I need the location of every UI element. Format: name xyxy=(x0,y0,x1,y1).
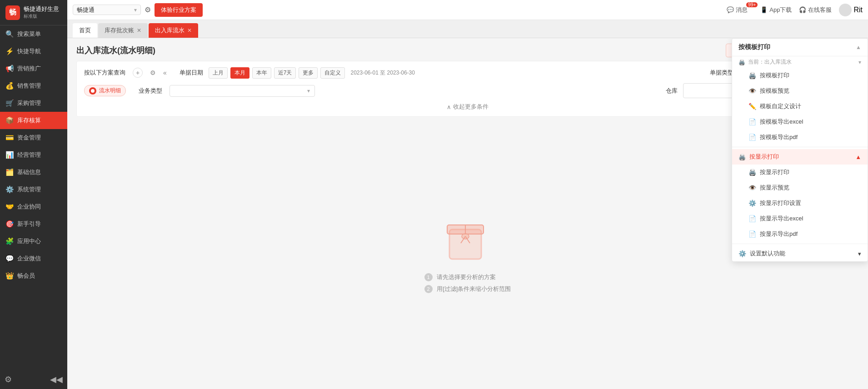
app-download-icon: 📱 xyxy=(760,6,768,13)
sidebar-bottom: ⚙ ◀◀ xyxy=(0,370,67,389)
filter-collapse-icon[interactable]: « xyxy=(163,69,167,76)
svg-point-0 xyxy=(91,89,95,93)
sidebar-item-member[interactable]: 👑 畅会员 xyxy=(0,267,67,284)
dropdown-item-display-excel[interactable]: 📄 按显示导出excel xyxy=(732,211,868,226)
flow-detail-tag[interactable]: 流水明细 xyxy=(84,85,126,96)
topbar-app-label: App下载 xyxy=(769,6,792,14)
sidebar-item-label: 搜索菜单 xyxy=(17,30,41,38)
sidebar-item-apps[interactable]: 🧩 应用中心 xyxy=(0,233,67,250)
template-print-label: 按模板打印 xyxy=(760,71,789,80)
sidebar-item-guide[interactable]: 🎯 新手引导 xyxy=(0,215,67,233)
sidebar-item-sales[interactable]: 💰 销售管理 xyxy=(0,77,67,95)
dropdown-item-template-pdf[interactable]: 📄 按模板导出pdf xyxy=(732,130,868,145)
dropdown-item-default[interactable]: ⚙️ 设置默认功能 ▾ xyxy=(732,246,868,261)
sidebar-item-system[interactable]: ⚙️ 系统管理 xyxy=(0,181,67,198)
sidebar-item-operation[interactable]: 📊 经营管理 xyxy=(0,146,67,164)
filter-gear-icon[interactable]: ⚙ xyxy=(150,69,156,76)
sidebar-logo: 畅 畅捷通好生意 标准版 xyxy=(0,0,67,25)
dropdown-item-display-settings[interactable]: ⚙️ 按显示打印设置 xyxy=(732,195,868,211)
date-btn-last-month[interactable]: 上月 xyxy=(209,67,228,79)
dropdown-item-display-preview[interactable]: 👁️ 按显示预览 xyxy=(732,180,868,195)
user-menu[interactable]: Rit xyxy=(839,4,863,16)
purchase-icon: 🛒 xyxy=(5,99,14,107)
sidebar-item-purchase[interactable]: 🛒 采购管理 xyxy=(0,95,67,112)
sidebar-item-label: 企业微信 xyxy=(17,254,41,263)
main-area: ▾ ⚙ 体验行业方案 💬 消息 99+ 📱 App下载 🎧 在线客服 Rit xyxy=(67,0,868,389)
sidebar-item-basic[interactable]: 🗂️ 基础信息 xyxy=(0,164,67,181)
template-pdf-icon: 📄 xyxy=(748,134,756,141)
display-preview-label: 按显示预览 xyxy=(760,184,789,192)
tab-home[interactable]: 首页 xyxy=(73,23,97,38)
dropdown-section-display[interactable]: 🖨️ 按显示打印 ▲ xyxy=(732,149,868,165)
message-button[interactable]: 💬 消息 99+ xyxy=(727,6,753,14)
sidebar-item-label: 新手引导 xyxy=(17,220,41,228)
settings-icon[interactable]: ⚙ xyxy=(5,374,12,384)
quick-nav-icon: ⚡ xyxy=(5,47,14,55)
dropdown-item-template-excel[interactable]: 📄 按模板导出excel xyxy=(732,114,868,130)
dropdown-item-display-pdf[interactable]: 📄 按显示导出pdf xyxy=(732,226,868,242)
industry-solution-button[interactable]: 体验行业方案 xyxy=(155,3,203,17)
sidebar-item-marketing[interactable]: 📢 营销推广 xyxy=(0,60,67,77)
topbar-input-wrap[interactable]: ▾ xyxy=(73,5,141,15)
template-preview-label: 按模板预览 xyxy=(760,87,789,95)
dropdown-item-template-preview[interactable]: 👁️ 按模板预览 xyxy=(732,83,868,99)
warehouse-label: 仓库 xyxy=(666,87,678,95)
inventory-icon: 📦 xyxy=(5,116,14,125)
sidebar-item-cooperation[interactable]: 🤝 企业协同 xyxy=(0,198,67,215)
sidebar-item-label: 资金管理 xyxy=(17,134,41,142)
topbar: ▾ ⚙ 体验行业方案 💬 消息 99+ 📱 App下载 🎧 在线客服 Rit xyxy=(67,0,868,20)
dropdown-current-expand-icon[interactable]: ▾ xyxy=(858,59,861,65)
sidebar-item-quick-nav[interactable]: ⚡ 快捷导航 xyxy=(0,43,67,60)
sidebar-item-inventory[interactable]: 📦 库存核算 xyxy=(0,112,67,129)
app-download-button[interactable]: 📱 App下载 xyxy=(760,6,792,14)
filter-add-button[interactable]: + xyxy=(133,68,143,78)
template-pdf-label: 按模板导出pdf xyxy=(760,133,798,141)
content-area: 出入库流水(流水明细) 🖨️ 按模板打印 ▲ 📤 导出 🔄 刷新 ✕ ⛶ xyxy=(67,38,868,389)
dropdown-item-template-print[interactable]: 🖨️ 按模板打印 xyxy=(732,68,868,83)
date-btn-custom[interactable]: 自定义 xyxy=(320,67,345,79)
date-filters: 上月 本月 本年 近7天 更多 自定义 2023-06-01 至 2023-06… xyxy=(209,67,415,79)
doc-type-label: 单据类型 xyxy=(710,69,733,77)
display-settings-label: 按显示打印设置 xyxy=(760,199,801,207)
topbar-gear-icon[interactable]: ⚙ xyxy=(145,5,151,14)
dropdown-item-display-print[interactable]: 🖨️ 按显示打印 xyxy=(732,165,868,180)
display-pdf-label: 按显示导出pdf xyxy=(760,230,798,238)
date-btn-more[interactable]: 更多 xyxy=(299,67,318,79)
template-excel-label: 按模板导出excel xyxy=(760,118,803,126)
biz-type-select[interactable]: ▾ xyxy=(170,85,315,97)
dropdown-current-icon: 🖨️ xyxy=(738,59,745,65)
filter-scheme-label: 按以下方案查询 xyxy=(84,69,125,77)
sidebar-item-finance[interactable]: 💳 资金管理 xyxy=(0,129,67,146)
search-icon: 🔍 xyxy=(5,30,14,38)
sidebar-item-label: 基础信息 xyxy=(17,168,41,176)
print-dropdown-panel: 按模板打印 ▲ 🖨️ 当前：出入库流水 ▾ 🖨️ 按模板打印 👁️ 按模板预览 … xyxy=(732,38,868,262)
basic-icon: 🗂️ xyxy=(5,168,14,176)
wechat-icon: 💬 xyxy=(5,254,14,263)
template-custom-label: 模板自定义设计 xyxy=(760,102,801,110)
tab-flow[interactable]: 出入库流水 ✕ xyxy=(149,23,198,38)
date-filter-label: 单据日期 xyxy=(180,69,203,77)
online-service-button[interactable]: 🎧 在线客服 xyxy=(799,6,832,14)
template-preview-icon: 👁️ xyxy=(748,87,756,95)
collapse-more-button[interactable]: ∧ 收起更多条件 xyxy=(447,103,489,111)
guide-icon: 🎯 xyxy=(5,220,14,228)
tab-flow-close-icon[interactable]: ✕ xyxy=(187,27,192,34)
logo-sub: 标准版 xyxy=(24,13,59,20)
apps-icon: 🧩 xyxy=(5,237,14,245)
topbar-service-label: 在线客服 xyxy=(808,6,832,14)
date-btn-this-year[interactable]: 本年 xyxy=(252,67,271,79)
date-btn-7days[interactable]: 近7天 xyxy=(274,67,296,79)
topbar-search-input[interactable] xyxy=(77,6,131,13)
sidebar-item-search[interactable]: 🔍 搜索菜单 xyxy=(0,25,67,43)
logo-text: 畅捷通好生意 xyxy=(24,5,59,13)
date-btn-this-month[interactable]: 本月 xyxy=(230,67,249,79)
sidebar-item-wechat[interactable]: 💬 企业微信 xyxy=(0,250,67,267)
tab-batch-account-close-icon[interactable]: ✕ xyxy=(137,27,141,34)
dropdown-item-template-custom[interactable]: ✏️ 模板自定义设计 xyxy=(732,99,868,114)
collapse-sidebar-icon[interactable]: ◀◀ xyxy=(50,374,63,384)
tab-bar: 首页 库存批次账 ✕ 出入库流水 ✕ xyxy=(67,20,868,38)
dropdown-chevron-icon[interactable]: ▲ xyxy=(856,44,861,50)
tab-batch-account[interactable]: 库存批次账 ✕ xyxy=(98,23,148,38)
default-label: 设置默认功能 xyxy=(750,249,785,258)
display-excel-icon: 📄 xyxy=(748,215,756,222)
